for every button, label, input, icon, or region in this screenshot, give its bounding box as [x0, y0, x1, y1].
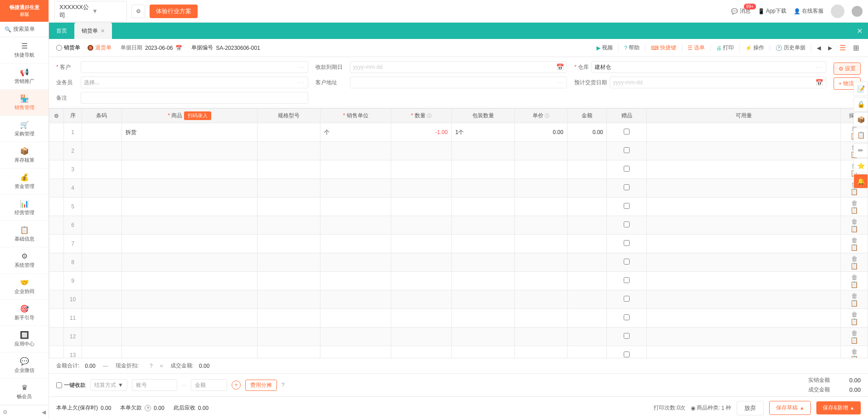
settings-gear-icon[interactable]: ⚙ [3, 409, 8, 415]
customer-field[interactable]: ··· [81, 61, 308, 73]
row-delete-btn[interactable]: 🗑 [850, 255, 859, 262]
product-type-info[interactable]: ◉ 商品种类: 1 种 [691, 404, 731, 412]
app-download-btn[interactable]: 📱 App下载 [758, 7, 786, 15]
row-delete-btn[interactable]: 🗑 [850, 218, 859, 225]
row-delete-btn[interactable]: 🗑 [850, 348, 859, 355]
sidebar-item-system[interactable]: ⚙ 系统管理 [0, 247, 48, 274]
col-barcode: 条码 [82, 109, 122, 123]
row-copy-btn[interactable]: 📋 [849, 207, 859, 214]
settings-side-btn[interactable]: ⚙ 设置 [834, 63, 861, 75]
toolbar-actions-btn[interactable]: ⚡ 操作 [743, 43, 766, 53]
discard-btn[interactable]: 放弃 [737, 401, 764, 415]
toolbar-shortcuts-btn[interactable]: ⌨ 快捷键 [649, 43, 678, 53]
add-payment-btn[interactable]: + [232, 380, 241, 390]
settings-btn[interactable]: ⚙ [131, 5, 145, 18]
sidebar-item-guide[interactable]: 🎯 新手引导 [0, 300, 48, 326]
message-btn[interactable]: 💬 消息 99+ [731, 7, 751, 15]
expected-date-field[interactable]: yyyy-mm-dd 📅 [610, 77, 826, 88]
float-btn-4[interactable]: 📋 [853, 128, 868, 142]
row-copy-btn[interactable]: 📋 [849, 337, 859, 344]
float-btn-6[interactable]: ⭐ [853, 159, 868, 173]
discount-help-icon[interactable]: ? [150, 363, 153, 369]
sidebar-item-quick-nav[interactable]: ☰ 快捷导航 [0, 37, 48, 63]
user-avatar[interactable] [831, 5, 844, 18]
float-btn-3[interactable]: 📦 [853, 112, 868, 127]
trial-btn[interactable]: 体验行业方案 [150, 5, 198, 18]
one-click-payment-checkbox[interactable]: 一键收款 [56, 381, 86, 389]
toolbar-video-btn[interactable]: ▶ 视频 [595, 43, 615, 53]
due-date-calendar-icon[interactable]: 📅 [556, 63, 564, 71]
toolbar-print-btn[interactable]: 🖨 打印 [714, 43, 736, 53]
toolbar-prev-btn[interactable]: ◀ [815, 44, 823, 52]
row-delete-btn[interactable]: 🗑 [850, 292, 859, 299]
row-copy-btn[interactable]: 📋 [849, 281, 859, 288]
expected-date-calendar-icon[interactable]: 📅 [815, 79, 823, 86]
toolbar-help-btn[interactable]: ? 帮助 [622, 43, 641, 53]
total-owe-help-icon[interactable]: ? [145, 405, 151, 411]
date-picker-icon[interactable]: 📅 [175, 45, 182, 51]
sidebar-item-operations[interactable]: 📊 经营管理 [0, 195, 48, 221]
expense-help-icon[interactable]: ? [281, 382, 285, 388]
warehouse-field[interactable]: 建材仓 ··· [592, 61, 826, 73]
row-delete-btn[interactable]: 🗑 [850, 274, 859, 281]
float-btn-orange[interactable]: 🔔 [853, 174, 868, 188]
payment-account-field[interactable]: 账号 [132, 379, 177, 391]
due-date-field[interactable]: yyyy-mm-dd 📅 [350, 61, 567, 73]
float-btn-5[interactable]: ✏ [853, 143, 868, 158]
table-row: 8 🗑 📋 [49, 253, 868, 272]
sidebar-item-marketing[interactable]: 📢 营销推广 [0, 63, 48, 90]
float-btn-2[interactable]: 🔒 [853, 97, 868, 111]
row-copy-btn[interactable]: 📋 [849, 299, 859, 307]
save-new-btn[interactable]: 保存&新增 ▲ [816, 401, 861, 414]
toolbar-grid-view-btn[interactable]: ⊞ [851, 43, 861, 53]
remarks-field[interactable] [81, 92, 308, 104]
sidebar-item-inventory[interactable]: 📦 库存核算 [0, 142, 48, 169]
row-delete-btn[interactable]: 🗑 [850, 329, 859, 337]
payment-amount-field[interactable]: 金额 [191, 379, 227, 391]
company-select[interactable]: XXXXXX公司 ▼ [54, 1, 127, 22]
should-receive: 此后应收 0.00 [174, 404, 209, 412]
toolbar-select-btn[interactable]: ☰ 选单 [686, 43, 707, 53]
row-copy-btn[interactable]: 📋 [849, 244, 859, 251]
toolbar-next-btn[interactable]: ▶ [826, 44, 834, 52]
row-copy-btn[interactable]: 📋 [849, 225, 859, 232]
payment-method-select[interactable]: 结算方式 ▼ [90, 379, 127, 391]
sidebar-item-appstore[interactable]: 🔲 应用中心 [0, 326, 48, 352]
tab-home[interactable]: 首页 [49, 23, 74, 39]
account-dots-btn[interactable]: ··· [182, 382, 186, 388]
save-draft-btn[interactable]: 保存草稿 ▲ [769, 401, 811, 415]
row-delete-btn[interactable]: 🗑 [850, 236, 859, 244]
online-service-btn[interactable]: 👤 在线客服 [794, 7, 824, 15]
form-toolbar: ▶ 视频 ? 帮助 ⌨ 快捷键 ☰ 选单 [595, 43, 861, 53]
scan-btn[interactable]: 扫码录入 [184, 111, 211, 120]
gear-icon: ⚙ [136, 8, 141, 14]
float-btn-1[interactable]: 📝 [853, 82, 868, 96]
sidebar-item-member[interactable]: ♛ 畅会员 [0, 379, 48, 405]
row-delete-btn[interactable]: 🗑 [850, 311, 859, 318]
toolbar-list-view-btn[interactable]: ☰ [838, 43, 848, 53]
top-right: 💬 消息 99+ 📱 App下载 👤 在线客服 [731, 5, 863, 18]
sidebar-item-finance[interactable]: 💰 资金管理 [0, 169, 48, 195]
sidebar-item-purchase[interactable]: 🛒 采购管理 [0, 116, 48, 142]
col-settings[interactable]: ⚙ [49, 109, 64, 123]
row-copy-btn[interactable]: 📋 [849, 262, 859, 270]
close-all-tabs-btn[interactable]: ✕ [851, 27, 868, 35]
toolbar-history-btn[interactable]: 🕐 历史单据 [774, 43, 807, 53]
sidebar-item-enterprise[interactable]: 🤝 企业协同 [0, 274, 48, 300]
collapse-sidebar-btn[interactable]: ◀ [42, 409, 46, 415]
tab-sales-order[interactable]: 销货单 ✕ [74, 23, 112, 39]
expense-split-btn[interactable]: 费用分摊 [245, 380, 277, 391]
sidebar-item-wechat[interactable]: 💬 企业微信 [0, 352, 48, 379]
row-copy-btn[interactable]: 📋 [849, 188, 859, 195]
radio-return-order[interactable]: 退货单 [87, 44, 112, 52]
user-avatar2[interactable] [852, 6, 863, 17]
search-menu[interactable]: 🔍 搜索菜单 [0, 22, 48, 37]
close-tab-icon[interactable]: ✕ [101, 28, 105, 34]
sidebar-item-basics[interactable]: 📋 基础信息 [0, 221, 48, 247]
radio-sales-order[interactable]: 销货单 [56, 44, 80, 52]
staff-field[interactable]: 选择... ··· [81, 77, 308, 88]
row-delete-btn[interactable]: 🗑 [850, 199, 859, 207]
sidebar-item-sales[interactable]: 🏪 销售管理 [0, 90, 48, 116]
row-copy-btn[interactable]: 📋 [849, 318, 859, 325]
customer-addr-field[interactable]: ··· [350, 77, 567, 88]
